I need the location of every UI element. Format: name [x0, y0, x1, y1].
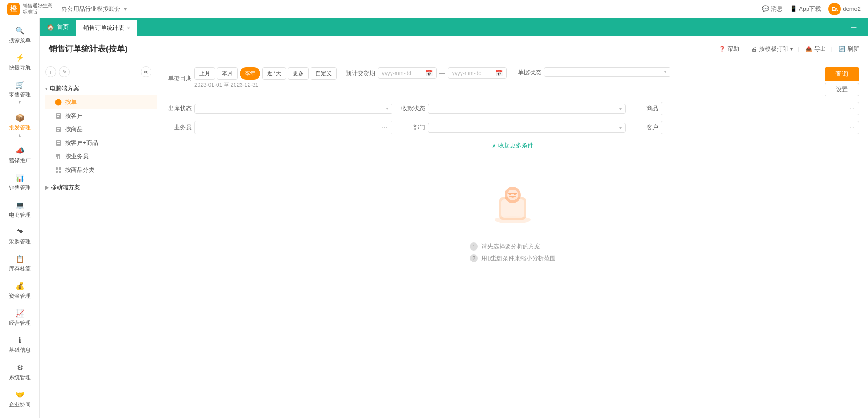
app-download-btn[interactable]: 📱 App下载: [790, 5, 821, 13]
department-label: 部门: [400, 124, 425, 132]
help-btn[interactable]: ❓ 帮助: [718, 45, 739, 53]
tree-section-mobile: ▶ 移动端方案: [40, 179, 157, 196]
date-btn-thisyear[interactable]: 本年: [240, 67, 260, 80]
sidebar-item-enterprise[interactable]: 🤝 企业协同: [0, 386, 39, 413]
date-btn-custom[interactable]: 自定义: [311, 67, 337, 80]
sidebar-item-basic[interactable]: ℹ 基础信息: [0, 332, 39, 359]
sidebar-item-retail[interactable]: 🛒 零售管理 ▾: [0, 76, 39, 109]
svg-rect-8: [57, 141, 60, 142]
empty-state-area: 1 请先选择要分析的方案 2 用[过滤]条件来缩小分析范围: [157, 161, 868, 282]
export-btn[interactable]: 📤 导出: [805, 45, 826, 53]
desktop-section-header[interactable]: ▾ 电脑端方案: [40, 82, 157, 95]
top-title: 办公用品行业模拟账套: [61, 5, 120, 13]
tree-item-by-customer-product[interactable]: 按客户+商品: [45, 136, 157, 150]
page-title: 销售订单统计表(按单): [49, 43, 127, 54]
salesperson-dots-btn[interactable]: ···: [382, 124, 387, 132]
mobile-section-header[interactable]: ▶ 移动端方案: [40, 180, 157, 194]
filter-row1: 单据日期 上月 本月 本年 近7天 更多 自定义: [166, 67, 859, 96]
tab-minimize-btn[interactable]: ─: [851, 23, 856, 31]
tree-item-by-order[interactable]: 按单: [45, 95, 157, 109]
svg-rect-5: [57, 128, 60, 129]
customer-input[interactable]: ···: [661, 121, 859, 134]
right-content: 单据日期 上月 本月 本年 近7天 更多 自定义: [157, 60, 868, 282]
date-buttons-group: 上月 本月 本年 近7天 更多 自定义 2023-01-01 至 2023-12…: [194, 67, 337, 89]
tip-item-2: 2 用[过滤]条件来缩小分析范围: [470, 252, 555, 264]
sidebar-item-operations[interactable]: 📈 经营管理: [0, 304, 39, 332]
tab-active[interactable]: 销售订单统计表 ×: [76, 20, 137, 36]
sidebar-item-purchase[interactable]: 🛍 采购管理: [0, 223, 39, 250]
page-header: 销售订单统计表(按单) ❓ 帮助 | 🖨 按模板打印 ▾ | 📤: [40, 36, 868, 60]
refresh-btn[interactable]: 🔄 刷新: [838, 45, 859, 53]
svg-rect-18: [59, 171, 61, 173]
svg-rect-12: [56, 157, 57, 159]
edit-scheme-btn[interactable]: ✎: [59, 66, 70, 77]
date-label: 单据日期: [166, 74, 192, 82]
department-select[interactable]: ▾: [428, 123, 626, 133]
delivery-status-select[interactable]: ▾: [194, 104, 392, 114]
sidebar-item-wholesale[interactable]: 📦 批发管理 ▴: [0, 109, 39, 142]
wholesale-icon: 📦: [15, 114, 24, 122]
status-select[interactable]: ▾: [544, 67, 670, 77]
sidebar-item-search[interactable]: 🔍 搜索菜单: [0, 22, 39, 49]
svg-rect-16: [59, 167, 61, 170]
print-dropdown-icon: ▾: [790, 47, 793, 52]
tab-maximize-btn[interactable]: □: [860, 23, 864, 31]
sidebar-item-quicknav[interactable]: ⚡ 快捷导航: [0, 49, 39, 76]
marketing-icon: 📣: [15, 147, 24, 155]
receipt-status-select[interactable]: ▾: [428, 104, 626, 114]
tree-item-by-salesperson[interactable]: 按业务员: [45, 150, 157, 163]
tab-home[interactable]: 🏠 首页: [40, 18, 76, 36]
expected-date-end-input[interactable]: yyyy-mm-dd 📅: [448, 67, 507, 79]
logo-area: 橙 销售通好生意 标准版: [7, 3, 52, 15]
date-btn-thismonth[interactable]: 本月: [217, 67, 238, 80]
product-input[interactable]: ···: [661, 102, 859, 115]
sidebar-item-ecommerce[interactable]: 💻 电商管理: [0, 196, 39, 223]
search-icon: 🔍: [15, 26, 24, 35]
top-bar: 橙 销售通好生意 标准版 办公用品行业模拟账套 ▾ 💬 消息 📱 App下载 E…: [0, 0, 868, 18]
date-btn-7days[interactable]: 近7天: [262, 67, 286, 80]
expected-date-start-input[interactable]: yyyy-mm-dd 📅: [378, 67, 437, 79]
svg-rect-1: [56, 113, 61, 119]
delivery-arrow: ▾: [386, 106, 388, 111]
divider1: |: [745, 46, 746, 52]
expected-date-label: 预计交货期: [346, 69, 375, 77]
tree-item-by-product[interactable]: 按商品: [45, 123, 157, 136]
print-btn[interactable]: 🖨 按模板打印 ▾: [751, 45, 793, 53]
sidebar-item-finance[interactable]: 💰 资金管理: [0, 277, 39, 304]
date-btn-more[interactable]: 更多: [288, 67, 309, 80]
filter-area: 单据日期 上月 本月 本年 近7天 更多 自定义: [157, 60, 868, 161]
help-icon: ❓: [718, 46, 726, 52]
customer-dots-btn[interactable]: ···: [848, 124, 854, 132]
edit-icon: ✎: [62, 69, 66, 75]
add-scheme-btn[interactable]: +: [45, 66, 56, 77]
tab-close-btn[interactable]: ×: [127, 25, 130, 31]
date-btn-lastmonth[interactable]: 上月: [194, 67, 215, 80]
tree-item-by-customer[interactable]: 按客户: [45, 109, 157, 123]
top-dropdown-icon[interactable]: ▾: [124, 6, 127, 12]
salesperson-input[interactable]: ···: [194, 121, 392, 134]
sidebar-item-inventory[interactable]: 📋 库存核算: [0, 250, 39, 277]
status-arrow: ▾: [664, 70, 666, 75]
query-btn[interactable]: 查询: [825, 67, 859, 81]
collapse-panel-btn[interactable]: ≪: [141, 66, 151, 77]
sidebar-item-newuser[interactable]: 📖 新手引导: [0, 413, 39, 418]
by-salesperson-icon: [54, 152, 62, 161]
sidebar-item-sales[interactable]: 📊 销售管理: [0, 169, 39, 196]
logo-icon: 橙: [7, 3, 20, 15]
ecommerce-icon: 💻: [15, 201, 24, 209]
product-dots-btn[interactable]: ···: [848, 104, 854, 113]
by-customer-product-icon: [54, 139, 62, 147]
user-menu[interactable]: Ea demo2: [828, 3, 861, 15]
collapse-btn[interactable]: ∧ 收起更多条件: [166, 138, 859, 153]
message-btn[interactable]: 💬 消息: [762, 5, 783, 13]
date-range-display: 2023-01-01 至 2023-12-31: [194, 81, 337, 89]
left-panel-toolbar: + ✎ ≪: [40, 64, 157, 80]
sidebar-item-system[interactable]: ⚙ 系统管理: [0, 359, 39, 386]
add-icon: +: [49, 69, 52, 76]
tree-item-by-category[interactable]: 按商品分类: [45, 163, 157, 177]
svg-rect-3: [57, 116, 59, 117]
sidebar-item-marketing[interactable]: 📣 营销推广: [0, 142, 39, 169]
reset-btn[interactable]: 设置: [825, 83, 859, 96]
main-panel: + ✎ ≪ ▾ 电脑端方案: [40, 60, 868, 282]
by-customer-icon: [54, 112, 62, 120]
